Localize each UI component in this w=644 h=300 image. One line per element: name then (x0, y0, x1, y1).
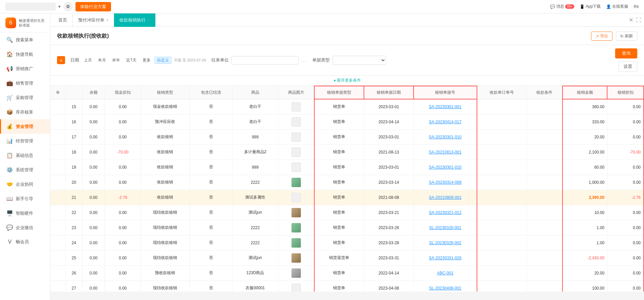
export-btn[interactable]: ↗ 导出 (591, 32, 612, 41)
cell-cancel-voucher-no[interactable]: SA-20210808-001 (414, 190, 477, 205)
cell-cancel-voucher-no[interactable]: SA-20230301-001 (414, 99, 477, 114)
voucher-no-link[interactable]: SL-20230328-002 (429, 241, 461, 245)
filter-counterpart-item: 往来单位 ... (211, 56, 307, 65)
cell-cancel-voucher-no[interactable]: SA-20230331-026 (414, 250, 477, 265)
sidebar-item-search[interactable]: 🔍 搜索菜单 (0, 33, 50, 47)
goods-image (291, 268, 301, 278)
tab-prepay[interactable]: 预付冲应付单 × (73, 13, 114, 27)
cell-receipt-condition (526, 160, 562, 175)
table-row: 27 0.00 0.00 现结收款核销 否 衣服00001 销货单 2023-0… (50, 281, 644, 292)
voucher-no-link[interactable]: SA-20230301-010 (429, 135, 462, 139)
filter-last-7-days[interactable]: 近7天 (124, 57, 139, 64)
tab-home[interactable]: 首页 (53, 13, 73, 27)
app-download-btn[interactable]: 📱 App下载 (580, 4, 601, 9)
voucher-no-link[interactable]: SA-20210813-001 (429, 150, 462, 155)
query-btn[interactable]: 查询 (615, 48, 637, 58)
filter-more[interactable]: 更多 (141, 57, 153, 64)
cell-cancel-type: 收款核销 (141, 129, 190, 144)
voucher-no-link[interactable]: SA-20230314-008 (429, 180, 462, 185)
refresh-btn[interactable]: ↻ 刷新 (616, 32, 637, 41)
cell-receipt-condition (526, 144, 562, 160)
filter-this-year[interactable]: 本年 (110, 57, 122, 64)
trial-industry-btn[interactable]: 体验行业方案 (75, 2, 111, 11)
expand-more-btn[interactable]: ▾ 展开更多条件 (334, 78, 361, 83)
th-gear[interactable]: ⚙ (50, 86, 65, 99)
sidebar-item-finance[interactable]: 💰 资金管理 (0, 119, 50, 134)
cell-cancel-voucher-no[interactable]: SA-20230321-012 (414, 205, 477, 220)
filter-voucher-type-select[interactable] (332, 56, 386, 65)
cell-balance: 0.00 (82, 129, 105, 144)
voucher-no-link[interactable]: SA-20230331-026 (429, 256, 462, 260)
sidebar-item-quick-nav-label: 快捷导航 (16, 51, 33, 57)
cell-balance: 0.00 (82, 265, 105, 281)
goods-image (291, 238, 301, 248)
online-service-btn[interactable]: 👤 在线客服 (606, 4, 628, 9)
cell-cash-discount: 0.00 (105, 175, 141, 190)
filter-custom[interactable]: 自定义 (155, 57, 171, 64)
voucher-no-link[interactable]: SA-20230301-001 (429, 104, 462, 109)
tab-receipt-cancel[interactable]: 收款核销执行 × (114, 13, 155, 27)
sidebar-item-quick-nav[interactable]: 🏠 快捷导航 (0, 47, 50, 61)
home-icon: 🏠 (6, 51, 13, 57)
cell-cancel-voucher-no[interactable]: SL-20230328-001 (414, 220, 477, 235)
data-table: ⚙ 余额 现金折扣 核销类型 包含已结清 商品 商品图片 核销单据类型 核销单据… (50, 86, 644, 292)
sidebar-item-operations[interactable]: 📊 经营管理 (0, 134, 50, 148)
cell-cancel-discount: 0.00 (607, 114, 644, 129)
tab-close-all-icon[interactable]: ✕ (629, 17, 633, 23)
cell-cancel-voucher-no[interactable]: ABC-001 (414, 265, 477, 281)
sidebar-item-base-info[interactable]: 📋 基础信息 (0, 148, 50, 163)
top-bar-left: ▾ ⚙ 体验行业方案 (5, 2, 546, 11)
sidebar-item-wechat[interactable]: 💬 企业微信 (0, 220, 50, 235)
sidebar-item-sales[interactable]: 💼 销售管理 (0, 76, 50, 90)
sidebar-item-guide[interactable]: 📖 新手引导 (0, 191, 50, 206)
sidebar-item-system[interactable]: ⚙️ 系统管理 (0, 163, 50, 177)
filter-last-month[interactable]: 上月 (82, 57, 94, 64)
sales-icon: 💼 (6, 80, 13, 86)
voucher-no-link[interactable]: SL-20230328-001 (429, 225, 461, 230)
voucher-no-link[interactable]: SA-20230414-017 (429, 120, 462, 124)
page-header-actions: ↗ 导出 ↻ 刷新 (591, 32, 637, 41)
tab-prepay-close[interactable]: × (106, 18, 108, 22)
tab-receipt-cancel-close[interactable]: × (148, 18, 150, 22)
cell-cancel-voucher-no[interactable]: SL-20230328-002 (414, 235, 477, 250)
top-bar-dropdown[interactable]: ▾ (58, 4, 61, 9)
filter-date-label: 日期 (70, 57, 79, 63)
cell-cancel-discount: 0.00 (607, 175, 644, 190)
cell-cancel-voucher-no[interactable]: SA-20230414-017 (414, 114, 477, 129)
filter-counterpart-input[interactable] (231, 56, 299, 65)
sidebar-item-guide-label: 新手引导 (16, 196, 33, 202)
sidebar-item-smart-hw[interactable]: 🖥️ 智能硬件 (0, 206, 50, 220)
sidebar-item-inventory[interactable]: 📦 库存核算 (0, 105, 50, 119)
cell-cancel-voucher-no[interactable]: SA-20230301-010 (414, 160, 477, 175)
sidebar-item-marketing[interactable]: 📢 营销推广 (0, 61, 50, 76)
smart-hw-icon: 🖥️ (6, 210, 13, 216)
filter-date-range: 不限 至 2023-07-26 (174, 58, 206, 63)
sidebar-item-collab[interactable]: 🤝 企业协同 (0, 177, 50, 191)
cell-settled: 否 (190, 160, 232, 175)
gear-icon[interactable]: ⚙ (63, 2, 73, 11)
voucher-no-link[interactable]: SA-20230321-012 (429, 210, 462, 215)
filter-this-month[interactable]: 本月 (96, 57, 108, 64)
th-goods: 商品 (232, 86, 278, 99)
cell-cancel-voucher-no[interactable]: SA-20230314-008 (414, 175, 477, 190)
cell-receipt-order-no (477, 144, 526, 160)
filter-expand-btn[interactable]: » (57, 56, 65, 64)
cell-cancel-voucher-date: 2023-03-28 (364, 220, 414, 235)
sidebar: 6 畅捷通谱好生意 标准版 🔍 搜索菜单 🏠 快捷导航 📢 营销推广 💼 销售管… (0, 13, 50, 300)
tab-maximize-icon[interactable]: ⛶ (636, 17, 641, 23)
messages-btn[interactable]: 💬 消息 99+ (550, 4, 574, 9)
cell-cancel-voucher-no[interactable]: SA-20210813-001 (414, 144, 477, 160)
voucher-no-link[interactable]: SL-20230408-001 (429, 286, 461, 291)
setting-btn[interactable]: 设置 (619, 61, 637, 72)
voucher-no-link[interactable]: SA-20230301-010 (429, 165, 462, 170)
user-name[interactable]: Rit (634, 4, 639, 9)
cell-cancel-voucher-no[interactable]: SA-20230301-010 (414, 129, 477, 144)
voucher-no-link[interactable]: ABC-001 (437, 271, 453, 275)
cell-cancel-amount: 1.00 (562, 235, 607, 250)
cell-cancel-type: 现结收款核销 (141, 281, 190, 292)
cell-cash-discount: 0.00 (105, 129, 141, 144)
sidebar-item-member[interactable]: V 畅会员 (0, 235, 50, 249)
sidebar-item-purchase[interactable]: 🛒 采购管理 (0, 90, 50, 105)
voucher-no-link[interactable]: SA-20210808-001 (429, 195, 462, 200)
cell-cancel-voucher-no[interactable]: SL-20230408-001 (414, 281, 477, 292)
